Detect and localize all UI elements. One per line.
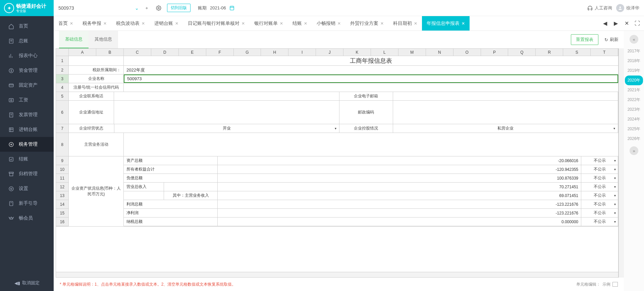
tab-日记账与银行对账单核对[interactable]: 日记账与银行对账单核对✕ <box>183 16 250 31</box>
tab-结账[interactable]: 结账✕ <box>288 16 312 31</box>
sidebar-item-invoice[interactable]: 发票管理 <box>0 107 54 122</box>
year-next[interactable]: » <box>630 146 638 155</box>
fin-value[interactable]: -123.221676 <box>218 209 581 217</box>
sidebar-item-close[interactable]: 结账 <box>0 152 54 166</box>
period-value[interactable]: 2022年度 <box>124 66 618 74</box>
col-header-H[interactable]: H <box>261 49 288 56</box>
sidebar-item-guide[interactable]: 新手引导 <box>0 196 54 211</box>
sidebar-item-archive[interactable]: 归档管理 <box>0 166 54 181</box>
subtab-other-info[interactable]: 其他信息 <box>89 31 118 48</box>
row-header-11[interactable]: 11 <box>56 174 69 183</box>
sidebar-item-stock[interactable]: 进销台账 <box>0 122 54 137</box>
tab-scroll-left[interactable]: ◀ <box>600 19 610 28</box>
vertical-scrollbar[interactable] <box>619 48 624 278</box>
col-header-F[interactable]: F <box>206 49 234 56</box>
horizontal-scrollbar[interactable] <box>56 272 618 277</box>
tab-年报信息申报表[interactable]: 年报信息申报表✕ <box>422 16 470 31</box>
subtab-basic-info[interactable]: 基础信息 <box>59 31 89 48</box>
row-header-9[interactable]: 9 <box>56 156 69 165</box>
tab-close-icon[interactable]: ✕ <box>142 21 145 26</box>
tab-银行对账单[interactable]: 银行对账单✕ <box>250 16 288 31</box>
reg-code-cell[interactable] <box>124 83 618 92</box>
consult-button[interactable]: 人工咨询 <box>587 5 612 11</box>
tab-close-icon[interactable]: ✕ <box>304 21 307 26</box>
row-header-14[interactable]: 14 <box>56 200 69 209</box>
add-button[interactable]: ＋ <box>142 4 151 12</box>
col-header-S[interactable]: S <box>563 49 591 56</box>
row-header-3[interactable]: 3 <box>56 75 69 83</box>
col-header-O[interactable]: O <box>453 49 481 56</box>
sidebar-item-ledger[interactable]: 总账 <box>0 34 54 48</box>
user-menu[interactable]: 徐泽华 <box>616 4 639 12</box>
fin-value[interactable]: 69.071451 <box>218 191 581 200</box>
row-header-10[interactable]: 10 <box>56 165 69 174</box>
phone-cell[interactable] <box>114 92 339 100</box>
year-2023年[interactable]: 2023年 <box>625 105 643 114</box>
row-header-8[interactable]: 8 <box>56 133 69 156</box>
col-header-M[interactable]: M <box>398 49 426 56</box>
year-prev[interactable]: « <box>630 35 638 44</box>
sidebar-item-home[interactable]: 首页 <box>0 19 54 34</box>
year-2018年[interactable]: 2018年 <box>625 56 643 66</box>
cell[interactable] <box>69 56 124 65</box>
tab-close-icon[interactable]: ✕ <box>280 21 283 26</box>
tab-close-icon[interactable]: ✕ <box>175 21 178 26</box>
email-cell[interactable] <box>393 92 618 100</box>
disclosure-select[interactable]: 不公示 <box>581 174 618 182</box>
cell[interactable] <box>164 183 218 191</box>
switch-old-version-button[interactable]: 切到旧版 <box>167 4 191 12</box>
tab-scroll-right[interactable]: ▶ <box>611 19 621 28</box>
tab-外贸行业方案[interactable]: 外贸行业方案✕ <box>345 16 388 31</box>
holding-select[interactable]: 私营企业 <box>393 124 618 133</box>
col-header-K[interactable]: K <box>343 49 371 56</box>
tab-close-icon[interactable]: ✕ <box>337 21 341 26</box>
address-cell[interactable] <box>114 101 339 124</box>
fin-value[interactable]: 100.876339 <box>218 174 581 182</box>
col-header-R[interactable]: R <box>536 49 563 56</box>
year-2025年[interactable]: 2025年 <box>625 124 643 134</box>
year-2020年[interactable]: 2020年 <box>625 76 643 85</box>
col-header-J[interactable]: J <box>316 49 343 56</box>
col-header-I[interactable]: I <box>288 49 316 56</box>
col-header-E[interactable]: E <box>179 49 206 56</box>
sidebar-item-asset[interactable]: 固定资产 <box>0 78 54 93</box>
fin-value[interactable]: -120.942355 <box>218 165 581 174</box>
tab-科目期初[interactable]: 科目期初✕ <box>388 16 422 31</box>
company-selector[interactable]: 500973 ⌄ <box>58 5 139 11</box>
example-link[interactable]: 示例 <box>602 282 610 287</box>
row-header-5[interactable]: 5 <box>56 92 69 100</box>
disclosure-select[interactable]: 不公示 <box>581 217 618 226</box>
rebuild-report-button[interactable]: 重置报表 <box>571 34 598 45</box>
col-header-N[interactable]: N <box>426 49 453 56</box>
tab-税务申报[interactable]: 税务申报✕ <box>78 16 111 31</box>
row-header-15[interactable]: 15 <box>56 209 69 217</box>
unpin-button[interactable]: ◀▮ 取消固定 <box>0 275 54 291</box>
tab-小畅报销[interactable]: 小畅报销✕ <box>312 16 345 31</box>
disclosure-select[interactable]: 不公示 <box>581 200 618 208</box>
col-header-G[interactable]: G <box>234 49 261 56</box>
sheet-corner[interactable] <box>56 49 69 56</box>
col-header-B[interactable]: B <box>96 49 124 56</box>
tab-close-all[interactable]: ✕ <box>622 19 631 28</box>
row-header-4[interactable]: 4 <box>56 83 69 92</box>
sidebar-item-tax[interactable]: 税务管理 <box>0 137 54 152</box>
row-header-2[interactable]: 2 <box>56 66 69 74</box>
sidebar-item-setting[interactable]: 设置 <box>0 181 54 196</box>
fin-value[interactable]: 0.000000 <box>218 217 581 226</box>
row-header-16[interactable]: 16 <box>56 217 69 226</box>
status-select[interactable]: 开业 <box>114 124 339 133</box>
year-2024年[interactable]: 2024年 <box>625 114 643 124</box>
tab-close-icon[interactable]: ✕ <box>462 21 465 26</box>
settings-icon[interactable] <box>154 4 163 12</box>
sidebar-item-report[interactable]: 报表中心 <box>0 48 54 63</box>
disclosure-select[interactable]: 不公示 <box>581 183 618 191</box>
sidebar-item-salary[interactable]: 工资 <box>0 93 54 107</box>
zip-cell[interactable] <box>393 101 618 124</box>
sidebar-item-fund[interactable]: 资金管理 <box>0 63 54 78</box>
year-2021年[interactable]: 2021年 <box>625 85 643 95</box>
year-2026年[interactable]: 2026年 <box>625 134 643 144</box>
col-header-L[interactable]: L <box>371 49 398 56</box>
calendar-icon[interactable] <box>229 5 234 10</box>
year-2019年[interactable]: 2019年 <box>625 66 643 76</box>
fullscreen-icon[interactable]: ⛶ <box>633 19 642 28</box>
